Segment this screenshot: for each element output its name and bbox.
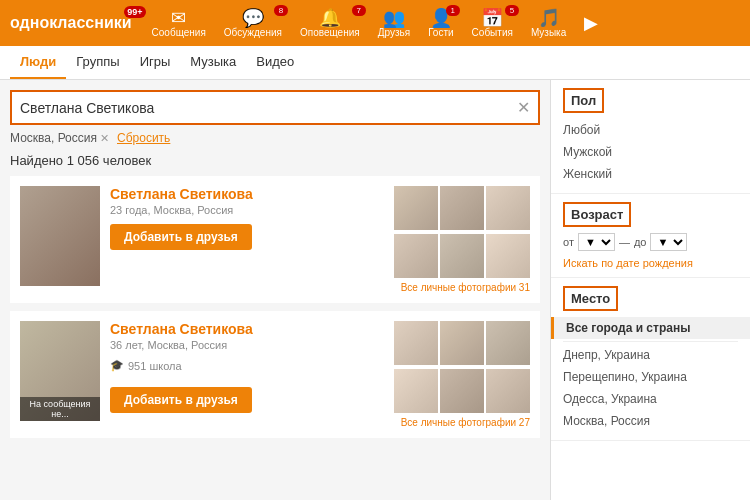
person-info-1: Светлана Светикова 23 года, Москва, Росс…	[110, 186, 384, 293]
guests-badge: 1	[446, 5, 460, 16]
age-section: Возраст от ▼ — до ▼ Искать по дате рожде…	[551, 194, 750, 278]
discussions-badge: 8	[274, 5, 288, 16]
age-to-label: до	[634, 236, 647, 248]
nav-events[interactable]: 📅 5 События	[472, 9, 513, 38]
person-details-1: 23 года, Москва, Россия	[110, 204, 384, 216]
nav-discussions[interactable]: 💬 8 Обсуждения	[224, 9, 282, 38]
photos-strip-1: Все личные фотографии 31	[394, 186, 530, 293]
search-clear-icon[interactable]: ✕	[517, 98, 530, 117]
subnav-people[interactable]: Люди	[10, 46, 66, 79]
photo-thumb[interactable]	[394, 369, 438, 413]
video-icon: ▶	[584, 14, 598, 32]
search-input[interactable]	[20, 100, 517, 116]
photo-thumb[interactable]	[440, 321, 484, 365]
person-details-2: 36 лет, Москва, Россия	[110, 339, 384, 351]
filter-row: Москва, Россия ✕ Сбросить	[10, 131, 540, 145]
subnav-video[interactable]: Видео	[246, 46, 304, 79]
person-extra-2: 🎓 951 школа	[110, 359, 384, 372]
nav-friends[interactable]: 👥 Друзья	[378, 9, 410, 38]
add-friend-button-1[interactable]: Добавить в друзья	[110, 224, 252, 250]
photo-thumb[interactable]	[440, 234, 484, 278]
person-avatar-2: На сообщения не...	[20, 321, 100, 421]
subnav-games[interactable]: Игры	[130, 46, 181, 79]
age-title: Возраст	[563, 202, 631, 227]
friends-icon: 👥	[383, 9, 405, 27]
birth-date-link[interactable]: Искать по дате рождения	[563, 257, 738, 269]
photos-link-2[interactable]: Все личные фотографии 27	[401, 417, 530, 428]
person-name-1[interactable]: Светлана Светикова	[110, 186, 384, 202]
nav-icons: ✉ Сообщения 💬 8 Обсуждения 🔔 7 Оповещени…	[152, 9, 599, 38]
photo-thumb[interactable]	[394, 234, 438, 278]
logo-badge: 99+	[124, 6, 145, 18]
remove-location-filter[interactable]: ✕	[100, 132, 109, 145]
header: одноклассники 99+ ✉ Сообщения 💬 8 Обсужд…	[0, 0, 750, 46]
search-bar: ✕	[10, 90, 540, 125]
age-from-label: от	[563, 236, 574, 248]
person-avatar-1	[20, 186, 100, 286]
events-icon: 📅	[481, 9, 503, 27]
messages-icon: ✉	[171, 9, 186, 27]
main-container: ✕ Москва, Россия ✕ Сбросить Найдено 1 05…	[0, 80, 750, 500]
person-name-2[interactable]: Светлана Светикова	[110, 321, 384, 337]
logo[interactable]: одноклассники 99+	[10, 14, 132, 32]
age-row: от ▼ — до ▼	[563, 233, 738, 251]
place-section: Место Все города и страны Днепр, Украина…	[551, 278, 750, 441]
place-dnipro[interactable]: Днепр, Украина	[563, 344, 738, 366]
gender-title: Пол	[563, 88, 604, 113]
discussions-icon: 💬	[242, 9, 264, 27]
photos-strip-2: Все личные фотографии 27	[394, 321, 530, 428]
photos-link-1[interactable]: Все личные фотографии 31	[401, 282, 530, 293]
notifications-badge: 7	[352, 5, 366, 16]
photo-thumb[interactable]	[394, 321, 438, 365]
age-to-select[interactable]: ▼	[650, 233, 687, 251]
reset-link[interactable]: Сбросить	[117, 131, 170, 145]
place-pereshchepino[interactable]: Перещепино, Украина	[563, 366, 738, 388]
results-count: Найдено 1 056 человек	[10, 153, 540, 168]
subnav-groups[interactable]: Группы	[66, 46, 129, 79]
notifications-icon: 🔔	[319, 9, 341, 27]
gender-female[interactable]: Женский	[563, 163, 738, 185]
gender-section: Пол Любой Мужской Женский	[551, 80, 750, 194]
person-info-2: Светлана Светикова 36 лет, Москва, Росси…	[110, 321, 384, 428]
place-moscow[interactable]: Москва, Россия	[563, 410, 738, 432]
nav-video[interactable]: ▶	[584, 14, 598, 32]
photo-thumb[interactable]	[486, 321, 530, 365]
photo-thumb[interactable]	[394, 186, 438, 230]
photo-thumb[interactable]	[486, 234, 530, 278]
place-all[interactable]: Все города и страны	[551, 317, 750, 339]
place-odessa[interactable]: Одесса, Украина	[563, 388, 738, 410]
add-friend-button-2[interactable]: Добавить в друзья	[110, 387, 252, 413]
photo-thumb[interactable]	[486, 186, 530, 230]
photo-thumb[interactable]	[440, 186, 484, 230]
place-title: Место	[563, 286, 618, 311]
age-from-select[interactable]: ▼	[578, 233, 615, 251]
nav-messages[interactable]: ✉ Сообщения	[152, 9, 206, 38]
nav-notifications[interactable]: 🔔 7 Оповещения	[300, 9, 360, 38]
age-dash: —	[619, 236, 630, 248]
nav-music[interactable]: 🎵 Музыка	[531, 9, 566, 38]
photo-thumb[interactable]	[440, 369, 484, 413]
music-icon: 🎵	[538, 9, 560, 27]
person-card-2: На сообщения не... Светлана Светикова 36…	[10, 311, 540, 438]
gender-male[interactable]: Мужской	[563, 141, 738, 163]
right-sidebar: Пол Любой Мужской Женский Возраст от ▼ —…	[550, 80, 750, 500]
sub-nav: Люди Группы Игры Музыка Видео	[0, 46, 750, 80]
photo-thumb[interactable]	[486, 369, 530, 413]
person-card: Светлана Светикова 23 года, Москва, Росс…	[10, 176, 540, 303]
gender-any[interactable]: Любой	[563, 119, 738, 141]
subnav-music[interactable]: Музыка	[180, 46, 246, 79]
location-filter-tag: Москва, Россия ✕	[10, 131, 109, 145]
school-icon: 🎓	[110, 359, 124, 372]
left-content: ✕ Москва, Россия ✕ Сбросить Найдено 1 05…	[0, 80, 550, 500]
events-badge: 5	[505, 5, 519, 16]
avatar-label-2: На сообщения не...	[20, 397, 100, 421]
nav-guests[interactable]: 👤 1 Гости	[428, 9, 453, 38]
